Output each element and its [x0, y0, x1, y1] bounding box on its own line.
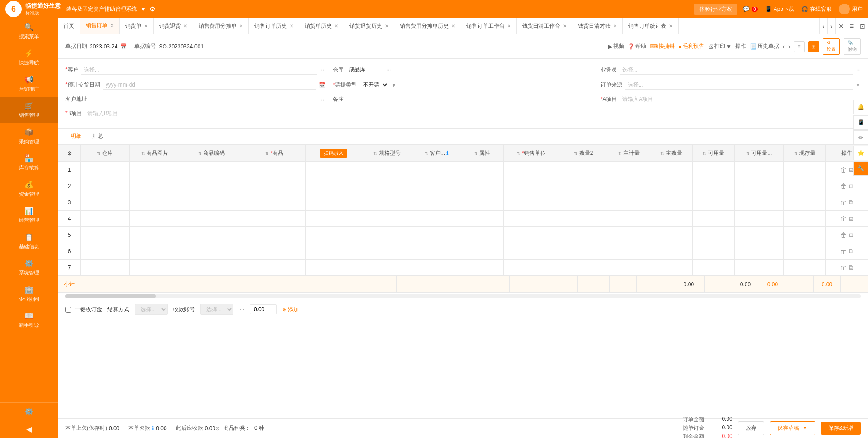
- profit-forecast-btn[interactable]: ● 毛利预告: [679, 43, 704, 50]
- row-customer-code-7[interactable]: [412, 260, 461, 276]
- row-available2-3[interactable]: [734, 194, 783, 211]
- row-product-image-3[interactable]: [130, 194, 180, 211]
- row-copy-6[interactable]: ⧉: [849, 247, 853, 255]
- sidebar-item-enterprise[interactable]: 🏢 企业协同: [0, 281, 58, 307]
- row-main-unit-4[interactable]: [608, 211, 650, 227]
- sidebar-item-inventory[interactable]: 🏪 库存核算: [0, 149, 58, 176]
- row-warehouse-7[interactable]: [81, 260, 130, 276]
- row-attribute-3[interactable]: [461, 194, 504, 211]
- tab-sales-order-workspace[interactable]: 销售订单工作台✕: [461, 18, 517, 34]
- row-quantity2-7[interactable]: [559, 260, 608, 276]
- sidebar-item-search[interactable]: 🔍 搜索菜单: [0, 18, 58, 44]
- row-sales-unit-5[interactable]: [503, 227, 559, 243]
- row-delete-4[interactable]: 🗑: [840, 215, 847, 222]
- row-available2-5[interactable]: [734, 227, 783, 243]
- sidebar-item-collapse[interactable]: ◀: [0, 420, 58, 438]
- address-ellipsis[interactable]: ···: [321, 96, 325, 103]
- row-product-code-3[interactable]: [180, 194, 243, 211]
- remark-input[interactable]: [346, 95, 593, 104]
- tab-sales-expense-history[interactable]: 销售费用分摊单历史✕: [394, 18, 461, 34]
- operations-btn[interactable]: 操作: [735, 43, 746, 50]
- save-draft-dropdown[interactable]: ▼: [802, 425, 808, 431]
- tab-close-sales-return[interactable]: ✕: [144, 24, 148, 29]
- add-payment-btn[interactable]: ⊕ 添加: [282, 306, 299, 313]
- row-available-5[interactable]: [692, 227, 734, 243]
- delivery-date-input[interactable]: [103, 80, 316, 90]
- row-main-quantity-7[interactable]: [650, 260, 692, 276]
- right-btn-1[interactable]: 🔔: [853, 100, 868, 114]
- row-spec-2[interactable]: [362, 178, 412, 194]
- shortcuts-btn[interactable]: ⌨ 快捷键: [650, 43, 675, 50]
- row-delete-5[interactable]: 🗑: [840, 231, 847, 239]
- list-view-btn[interactable]: ≡: [794, 41, 805, 52]
- row-spec-1[interactable]: [362, 162, 412, 178]
- row-copy-5[interactable]: ⧉: [849, 231, 853, 239]
- tab-close-sales-order-history[interactable]: ✕: [290, 24, 293, 29]
- row-main-unit-1[interactable]: [608, 162, 650, 178]
- customer-ellipsis[interactable]: ···: [321, 67, 325, 73]
- row-sales-unit-2[interactable]: [503, 178, 559, 194]
- row-product-image-4[interactable]: [130, 211, 180, 227]
- row-main-quantity-3[interactable]: [650, 194, 692, 211]
- tab-close-sales-refund[interactable]: ✕: [184, 24, 187, 29]
- grid-view-btn[interactable]: ⊞: [808, 41, 819, 52]
- row-product-image-6[interactable]: [130, 243, 180, 260]
- row-copy-1[interactable]: ⧉: [849, 166, 853, 173]
- row-product-6[interactable]: [243, 243, 306, 260]
- row-product-image-7[interactable]: [130, 260, 180, 276]
- row-quantity2-1[interactable]: [559, 162, 608, 178]
- warehouse-ellipsis[interactable]: ···: [386, 67, 391, 73]
- row-spec-5[interactable]: [362, 227, 412, 243]
- row-delete-2[interactable]: 🗑: [840, 183, 847, 190]
- row-customer-code-6[interactable]: [412, 243, 461, 260]
- customer-address-input[interactable]: [90, 95, 317, 104]
- print-btn[interactable]: 🖨 打印 ▼: [708, 43, 732, 50]
- row-attribute-5[interactable]: [461, 227, 504, 243]
- tab-cash-daily-workspace[interactable]: 钱货日清工作台✕: [517, 18, 572, 34]
- tab-close-sales-stats[interactable]: ✕: [669, 24, 673, 29]
- row-customer-code-4[interactable]: [412, 211, 461, 227]
- row-attribute-6[interactable]: [461, 243, 504, 260]
- page-next-icon[interactable]: ›: [788, 43, 790, 50]
- row-available-1[interactable]: [692, 162, 734, 178]
- row-attribute-7[interactable]: [461, 260, 504, 276]
- row-delete-7[interactable]: 🗑: [840, 264, 847, 271]
- row-copy-7[interactable]: ⧉: [849, 264, 853, 271]
- one-click-payment-label[interactable]: 一键收订金: [65, 306, 102, 313]
- right-btn-2[interactable]: 📱: [853, 115, 868, 130]
- right-btn-3[interactable]: ✏: [853, 130, 868, 145]
- row-main-unit-7[interactable]: [608, 260, 650, 276]
- save-new-btn[interactable]: 保存&新增: [821, 422, 861, 435]
- row-main-unit-3[interactable]: [608, 194, 650, 211]
- debt-info-icon[interactable]: ℹ: [152, 425, 154, 432]
- row-quantity2-5[interactable]: [559, 227, 608, 243]
- row-available2-1[interactable]: [734, 162, 783, 178]
- row-quantity2-6[interactable]: [559, 243, 608, 260]
- help-btn[interactable]: ❓ 帮助: [628, 43, 646, 50]
- row-product-code-4[interactable]: [180, 211, 243, 227]
- row-warehouse-5[interactable]: [81, 227, 130, 243]
- row-spec-4[interactable]: [362, 211, 412, 227]
- row-product-image-5[interactable]: [130, 227, 180, 243]
- row-quantity2-2[interactable]: [559, 178, 608, 194]
- row-product-1[interactable]: [243, 162, 306, 178]
- tab-nav-close-all[interactable]: ✕: [835, 18, 847, 34]
- tab-close-sales-refund-history[interactable]: ✕: [385, 24, 388, 29]
- row-spec-7[interactable]: [362, 260, 412, 276]
- row-customer-code-1[interactable]: [412, 162, 461, 178]
- row-delete-3[interactable]: 🗑: [840, 199, 847, 206]
- row-available-2[interactable]: [692, 178, 734, 194]
- row-product-image-2[interactable]: [130, 178, 180, 194]
- row-available-7[interactable]: [692, 260, 734, 276]
- tab-sales-refund-history[interactable]: 销货退货历史✕: [344, 18, 394, 34]
- tab-cash-reconcile[interactable]: 钱货日清对账✕: [572, 18, 623, 34]
- order-source-dropdown[interactable]: ▼: [855, 82, 861, 88]
- row-main-unit-6[interactable]: [608, 243, 650, 260]
- save-draft-btn[interactable]: 保存草稿 ▼: [770, 421, 815, 435]
- sidebar-item-finance[interactable]: 💰 资金管理: [0, 176, 58, 202]
- online-service-btn[interactable]: 🎧 在线客服: [801, 5, 832, 13]
- sidebar-item-sales[interactable]: 🛒 销售管理: [0, 97, 58, 123]
- row-available-3[interactable]: [692, 194, 734, 211]
- row-sales-unit-7[interactable]: [503, 260, 559, 276]
- row-main-quantity-2[interactable]: [650, 178, 692, 194]
